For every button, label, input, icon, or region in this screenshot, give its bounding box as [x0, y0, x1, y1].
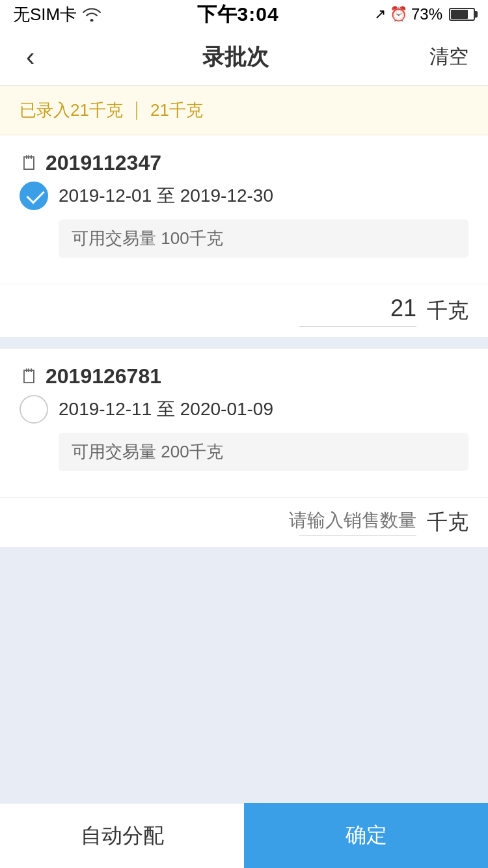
wifi-icon: [82, 7, 102, 21]
batch-2-header: 🗒 2019126781: [20, 364, 468, 388]
batch-1-id: 2019112347: [46, 151, 161, 175]
batch-item-2: 🗒 2019126781 2019-12-11 至 2020-01-09 可用交…: [0, 349, 488, 547]
batch-2-input-wrapper: [260, 510, 416, 536]
batch-2-available: 可用交易量 200千克: [59, 433, 468, 471]
batch-1-underline: [299, 326, 416, 327]
page-title: 录批次: [202, 42, 269, 72]
batch-1-amount-input[interactable]: [351, 295, 416, 322]
info-divider: [136, 102, 137, 120]
alarm-icon: ⏰: [390, 6, 407, 23]
bottom-bar: 自动分配 确定: [0, 803, 488, 868]
confirm-button[interactable]: 确定: [244, 803, 488, 868]
status-time: 下午3:04: [197, 1, 279, 28]
batch-1-unit: 千克: [427, 297, 468, 325]
section-divider-1: [0, 337, 488, 349]
batch-2-unit: 千克: [427, 508, 468, 537]
batch-1-header: 🗒 2019112347: [20, 151, 468, 175]
batch-2-underline: [299, 535, 416, 536]
batch-1-amount-row: 千克: [0, 284, 488, 337]
back-button[interactable]: ‹: [20, 36, 41, 78]
batch-1-icon: 🗒: [20, 152, 39, 174]
auto-distribute-button[interactable]: 自动分配: [0, 803, 244, 868]
batch-2-row: 2019-12-11 至 2020-01-09: [20, 395, 468, 424]
batch-1-input-wrapper: [299, 295, 416, 327]
location-icon: ↗: [374, 6, 386, 23]
batch-1-available: 可用交易量 100千克: [59, 219, 468, 258]
battery-icon: [449, 8, 475, 21]
clear-button[interactable]: 清空: [429, 44, 468, 70]
batch-2-date: 2019-12-11 至 2020-01-09: [59, 397, 273, 422]
batch-2-icon: 🗒: [20, 366, 39, 388]
batch-1-row: 2019-12-01 至 2019-12-30: [20, 182, 468, 210]
content-area: 🗒 2019112347 2019-12-01 至 2019-12-30 可用交…: [0, 135, 488, 868]
batch-item-1: 🗒 2019112347 2019-12-01 至 2019-12-30 可用交…: [0, 135, 488, 337]
status-right: ↗ ⏰ 73%: [374, 5, 475, 23]
total-amount: 21千克: [150, 99, 203, 122]
batch-1-date: 2019-12-01 至 2019-12-30: [59, 183, 273, 208]
recorded-amount: 已录入21千克: [20, 99, 123, 122]
info-banner: 已录入21千克 21千克: [0, 86, 488, 135]
bottom-spacer: [0, 547, 488, 847]
battery-text: 73%: [411, 5, 442, 23]
batch-1-radio[interactable]: [20, 182, 48, 210]
carrier-text: 无SIM卡: [13, 3, 77, 26]
batch-2-amount-input[interactable]: [260, 510, 416, 531]
status-bar: 无SIM卡 下午3:04 ↗ ⏰ 73%: [0, 0, 488, 29]
nav-bar: ‹ 录批次 清空: [0, 29, 488, 86]
batch-2-amount-row: 千克: [0, 497, 488, 547]
status-carrier: 无SIM卡: [13, 3, 102, 26]
batch-2-radio[interactable]: [20, 395, 48, 424]
batch-2-id: 2019126781: [46, 364, 161, 388]
